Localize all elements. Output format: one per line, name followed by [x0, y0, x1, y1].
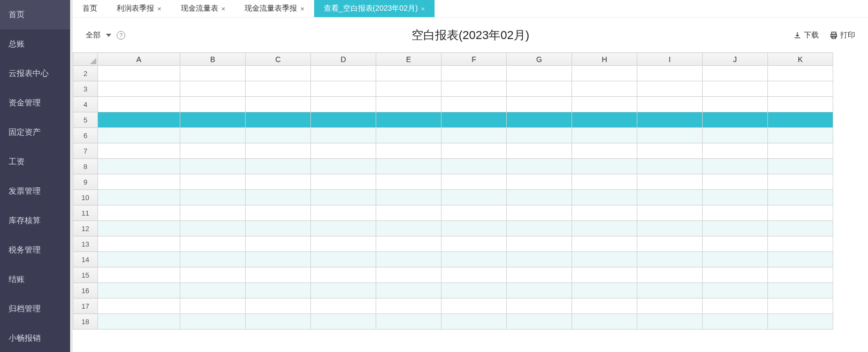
cell-C12[interactable]: [246, 221, 311, 236]
cell-K5[interactable]: [768, 112, 833, 128]
cell-C5[interactable]: [246, 112, 311, 128]
cell-A4[interactable]: [98, 97, 180, 112]
cell-C3[interactable]: [246, 81, 311, 97]
cell-F15[interactable]: [441, 267, 507, 283]
row-header-11[interactable]: 11: [73, 205, 98, 221]
cell-J14[interactable]: [703, 252, 768, 267]
cell-C6[interactable]: [246, 128, 311, 143]
cell-J15[interactable]: [703, 267, 768, 283]
cell-B15[interactable]: [180, 267, 246, 283]
cell-A5[interactable]: [98, 112, 180, 128]
print-button[interactable]: 打印: [829, 30, 855, 40]
cell-K13[interactable]: [768, 236, 833, 252]
cell-D7[interactable]: [311, 143, 376, 159]
cell-J13[interactable]: [703, 236, 768, 252]
cell-I12[interactable]: [637, 221, 703, 236]
col-header-J[interactable]: J: [703, 53, 768, 66]
cell-K16[interactable]: [768, 283, 833, 299]
cell-H6[interactable]: [572, 128, 637, 143]
cell-K15[interactable]: [768, 267, 833, 283]
cell-H13[interactable]: [572, 236, 637, 252]
cell-E18[interactable]: [376, 314, 441, 330]
cell-A13[interactable]: [98, 236, 180, 252]
cell-B6[interactable]: [180, 128, 246, 143]
cell-B3[interactable]: [180, 81, 246, 97]
sidebar-item-1[interactable]: 总账: [0, 29, 70, 59]
cell-B12[interactable]: [180, 221, 246, 236]
col-header-G[interactable]: G: [507, 53, 572, 66]
close-icon[interactable]: ×: [222, 5, 226, 13]
row-header-17[interactable]: 17: [73, 299, 98, 314]
cell-G13[interactable]: [507, 236, 572, 252]
cell-K18[interactable]: [768, 314, 833, 330]
cell-J9[interactable]: [703, 174, 768, 190]
cell-A11[interactable]: [98, 205, 180, 221]
cell-A18[interactable]: [98, 314, 180, 330]
tab-2[interactable]: 现金流量表×: [171, 0, 235, 17]
cell-J16[interactable]: [703, 283, 768, 299]
cell-H8[interactable]: [572, 159, 637, 174]
sidebar-item-11[interactable]: 小畅报销: [0, 324, 70, 352]
cell-C7[interactable]: [246, 143, 311, 159]
cell-J18[interactable]: [703, 314, 768, 330]
cell-F8[interactable]: [441, 159, 507, 174]
cell-E9[interactable]: [376, 174, 441, 190]
cell-D8[interactable]: [311, 159, 376, 174]
cell-I10[interactable]: [637, 190, 703, 205]
cell-F10[interactable]: [441, 190, 507, 205]
download-button[interactable]: 下载: [793, 30, 819, 40]
cell-I14[interactable]: [637, 252, 703, 267]
cell-J17[interactable]: [703, 299, 768, 314]
cell-F2[interactable]: [441, 66, 507, 81]
cell-H5[interactable]: [572, 112, 637, 128]
cell-J12[interactable]: [703, 221, 768, 236]
cell-C4[interactable]: [246, 97, 311, 112]
cell-F17[interactable]: [441, 299, 507, 314]
row-header-9[interactable]: 9: [73, 174, 98, 190]
cell-A8[interactable]: [98, 159, 180, 174]
close-icon[interactable]: ×: [300, 5, 304, 13]
cell-H12[interactable]: [572, 221, 637, 236]
cell-C17[interactable]: [246, 299, 311, 314]
col-header-K[interactable]: K: [768, 53, 833, 66]
cell-C9[interactable]: [246, 174, 311, 190]
cell-H3[interactable]: [572, 81, 637, 97]
row-header-7[interactable]: 7: [73, 143, 98, 159]
cell-K4[interactable]: [768, 97, 833, 112]
cell-I5[interactable]: [637, 112, 703, 128]
cell-E13[interactable]: [376, 236, 441, 252]
cell-C10[interactable]: [246, 190, 311, 205]
cell-G6[interactable]: [507, 128, 572, 143]
tab-0[interactable]: 首页: [73, 0, 107, 17]
cell-I6[interactable]: [637, 128, 703, 143]
cell-G4[interactable]: [507, 97, 572, 112]
cell-K8[interactable]: [768, 159, 833, 174]
row-header-14[interactable]: 14: [73, 252, 98, 267]
cell-D10[interactable]: [311, 190, 376, 205]
cell-H10[interactable]: [572, 190, 637, 205]
cell-D3[interactable]: [311, 81, 376, 97]
cell-H18[interactable]: [572, 314, 637, 330]
cell-F9[interactable]: [441, 174, 507, 190]
cell-B9[interactable]: [180, 174, 246, 190]
tab-3[interactable]: 现金流量表季报×: [235, 0, 314, 17]
cell-K6[interactable]: [768, 128, 833, 143]
row-header-12[interactable]: 12: [73, 221, 98, 236]
row-header-16[interactable]: 16: [73, 283, 98, 299]
cell-G11[interactable]: [507, 205, 572, 221]
cell-E8[interactable]: [376, 159, 441, 174]
cell-G18[interactable]: [507, 314, 572, 330]
cell-J10[interactable]: [703, 190, 768, 205]
cell-E17[interactable]: [376, 299, 441, 314]
cell-D14[interactable]: [311, 252, 376, 267]
cell-B14[interactable]: [180, 252, 246, 267]
cell-A10[interactable]: [98, 190, 180, 205]
cell-A12[interactable]: [98, 221, 180, 236]
cell-J2[interactable]: [703, 66, 768, 81]
cell-D12[interactable]: [311, 221, 376, 236]
cell-E5[interactable]: [376, 112, 441, 128]
cell-C16[interactable]: [246, 283, 311, 299]
cell-I16[interactable]: [637, 283, 703, 299]
cell-I9[interactable]: [637, 174, 703, 190]
cell-D2[interactable]: [311, 66, 376, 81]
